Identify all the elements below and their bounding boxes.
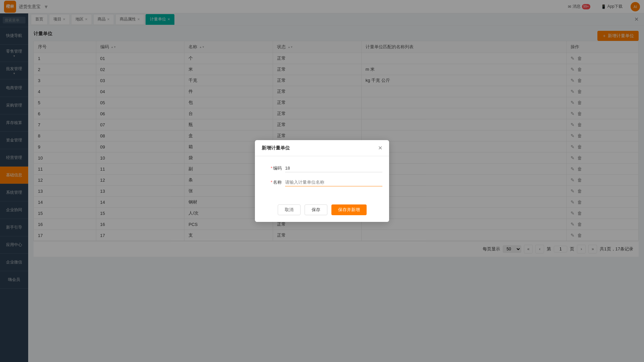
code-field-row: *编码 <box>262 164 382 172</box>
required-mark: * <box>271 180 272 185</box>
save-and-new-button[interactable]: 保存并新增 <box>331 204 367 215</box>
save-button[interactable]: 保存 <box>305 204 327 215</box>
modal-footer: 取消 保存 保存并新增 <box>255 200 389 222</box>
modal-close-button[interactable]: ✕ <box>378 145 382 151</box>
name-field-row: *名称 <box>262 178 382 186</box>
name-input[interactable] <box>285 178 382 186</box>
code-input[interactable] <box>285 164 382 172</box>
modal-body: *编码 *名称 <box>255 156 389 200</box>
modal-overlay: 新增计量单位 ✕ *编码 *名称 取消 保存 保存并新增 <box>0 0 644 362</box>
modal-title: 新增计量单位 <box>262 145 290 151</box>
add-unit-modal: 新增计量单位 ✕ *编码 *名称 取消 保存 保存并新增 <box>255 140 389 222</box>
modal-header: 新增计量单位 ✕ <box>255 140 389 156</box>
required-mark: * <box>271 166 272 171</box>
cancel-button[interactable]: 取消 <box>278 204 301 215</box>
name-label: *名称 <box>262 179 282 185</box>
code-label: *编码 <box>262 165 282 171</box>
